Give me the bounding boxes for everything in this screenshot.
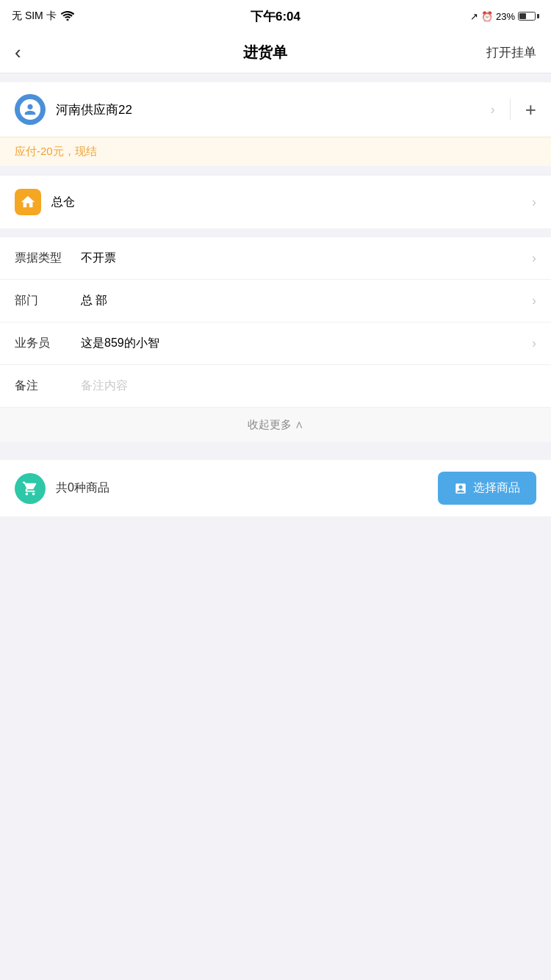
supplier-chevron-icon: › — [491, 102, 495, 118]
salesperson-label: 业务员 — [15, 336, 81, 351]
product-left: 共0种商品 — [15, 473, 109, 504]
remark-label: 备注 — [15, 378, 81, 394]
wifi-icon — [61, 10, 74, 23]
salesperson-value: 这是859的小智 — [81, 336, 532, 351]
avatar-inner — [20, 99, 40, 120]
warehouse-row[interactable]: 总仓 › — [0, 175, 551, 228]
section-gap-4 — [0, 442, 551, 451]
back-button[interactable]: ‹ — [15, 41, 44, 64]
status-time: 下午6:04 — [251, 8, 300, 25]
product-icon — [15, 473, 46, 504]
page-title: 进货单 — [243, 43, 287, 62]
salesperson-chevron-icon: › — [532, 336, 536, 351]
department-row[interactable]: 部门 总 部 › — [0, 279, 551, 322]
warehouse-chevron-icon: › — [532, 195, 536, 210]
status-right: ↗ ⏰ 23% — [470, 11, 539, 22]
nav-bar: ‹ 进货单 打开挂单 — [0, 32, 551, 73]
supplier-name: 河南供应商22 — [56, 101, 491, 118]
department-label: 部门 — [15, 293, 81, 309]
supplier-avatar — [15, 94, 46, 125]
section-gap-1 — [0, 73, 551, 82]
product-count: 共0种商品 — [56, 480, 109, 496]
supplier-row[interactable]: 河南供应商22 › + — [0, 82, 551, 137]
warehouse-section: 总仓 › — [0, 175, 551, 228]
collapse-button[interactable]: 收起更多 ∧ — [0, 407, 551, 442]
ticket-label: 票据类型 — [15, 251, 81, 266]
remark-placeholder: 备注内容 — [81, 378, 536, 394]
battery-percent: 23% — [496, 11, 515, 22]
warehouse-icon — [15, 189, 41, 215]
bottom-area — [0, 516, 551, 737]
ticket-chevron-icon: › — [532, 251, 536, 266]
add-supplier-button[interactable]: + — [525, 98, 536, 121]
carrier-label: 无 SIM 卡 — [12, 10, 57, 23]
section-gap-3 — [0, 228, 551, 237]
alarm-icon: ⏰ — [481, 11, 493, 22]
department-chevron-icon: › — [532, 293, 536, 309]
notice-banner: 应付-20元，现结 — [0, 137, 551, 166]
supplier-divider — [510, 98, 511, 120]
form-section: 票据类型 不开票 › 部门 总 部 › 业务员 这是859的小智 › 备注 备注… — [0, 237, 551, 442]
open-pending-button[interactable]: 打开挂单 — [486, 44, 536, 61]
ticket-type-row[interactable]: 票据类型 不开票 › — [0, 237, 551, 279]
department-value: 总 部 — [81, 293, 532, 309]
product-section: 共0种商品 选择商品 — [0, 460, 551, 516]
location-icon: ↗ — [470, 11, 478, 22]
select-product-button[interactable]: 选择商品 — [438, 472, 536, 505]
remark-row[interactable]: 备注 备注内容 — [0, 364, 551, 407]
section-gap-2 — [0, 166, 551, 175]
supplier-section: 河南供应商22 › + 应付-20元，现结 — [0, 82, 551, 166]
status-bar: 无 SIM 卡 下午6:04 ↗ ⏰ 23% — [0, 0, 551, 32]
battery-icon — [518, 12, 539, 21]
status-left: 无 SIM 卡 — [12, 10, 74, 23]
notice-text: 应付-20元，现结 — [15, 145, 97, 157]
select-product-label: 选择商品 — [473, 480, 520, 496]
ticket-value: 不开票 — [81, 251, 532, 266]
salesperson-row[interactable]: 业务员 这是859的小智 › — [0, 322, 551, 364]
warehouse-value: 总仓 — [51, 195, 532, 210]
